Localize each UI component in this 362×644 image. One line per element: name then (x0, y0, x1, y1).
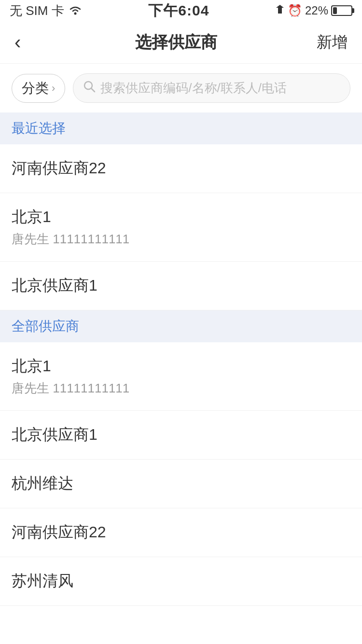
all-section-header: 全部供应商 (0, 310, 362, 342)
svg-point-0 (74, 12, 76, 14)
page-title: 选择供应商 (135, 31, 217, 54)
item-name: 北京1 (12, 356, 350, 377)
back-button[interactable]: ‹ (14, 31, 43, 53)
item-name: 河南供应商22 (12, 158, 350, 179)
item-name: 杭州维达 (12, 473, 350, 494)
sim-status: 无 SIM 卡 (10, 2, 64, 19)
status-time: 下午6:04 (148, 1, 209, 21)
list-item[interactable]: 河南供应商22 (0, 144, 362, 193)
recent-list: 河南供应商22 北京1 唐先生 11111111111 北京供应商1 (0, 144, 362, 310)
location-icon (275, 4, 285, 17)
filter-bar: 分类 › 搜索供应商编码/名称/联系人/电话 (0, 64, 362, 112)
wifi-icon (68, 3, 83, 18)
item-detail: 唐先生 11111111111 (12, 231, 350, 248)
search-box[interactable]: 搜索供应商编码/名称/联系人/电话 (73, 73, 350, 103)
search-placeholder: 搜索供应商编码/名称/联系人/电话 (100, 80, 287, 97)
list-item[interactable]: 北京1 唐先生 11111111111 (0, 193, 362, 262)
item-detail: 唐先生 11111111111 (12, 380, 350, 397)
list-item[interactable]: 河南供应商22 (0, 508, 362, 557)
recent-section-header: 最近选择 (0, 112, 362, 144)
item-name: 北京1 (12, 207, 350, 228)
battery-percent: 22% (305, 4, 328, 17)
chevron-right-icon: › (52, 82, 55, 95)
add-button[interactable]: 新增 (309, 32, 348, 53)
battery-icon (331, 5, 352, 16)
status-bar: 无 SIM 卡 下午6:04 ⏰ 22% (0, 0, 362, 21)
status-left: 无 SIM 卡 (10, 2, 83, 19)
recent-section-label: 最近选择 (12, 121, 66, 136)
item-name: 北京供应商1 (12, 275, 350, 296)
item-name: 河南供应商22 (12, 522, 350, 543)
list-item[interactable]: 北京供应商1 (0, 411, 362, 460)
search-icon (83, 80, 96, 96)
list-item[interactable]: 北京1 唐先生 11111111111 (0, 342, 362, 411)
list-item[interactable]: 杭州维达 (0, 460, 362, 508)
nav-bar: ‹ 选择供应商 新增 (0, 21, 362, 64)
alarm-icon: ⏰ (288, 4, 302, 17)
item-name: 北京供应商1 (12, 424, 350, 446)
status-right: ⏰ 22% (275, 4, 352, 17)
all-list: 北京1 唐先生 11111111111 北京供应商1 杭州维达 河南供应商22 … (0, 342, 362, 606)
all-section-label: 全部供应商 (12, 319, 79, 334)
svg-line-2 (91, 88, 95, 92)
item-name: 苏州清风 (12, 571, 350, 592)
category-button[interactable]: 分类 › (12, 74, 65, 103)
category-label: 分类 (22, 79, 49, 98)
list-item[interactable]: 北京供应商1 (0, 262, 362, 310)
list-item[interactable]: 苏州清风 (0, 557, 362, 606)
